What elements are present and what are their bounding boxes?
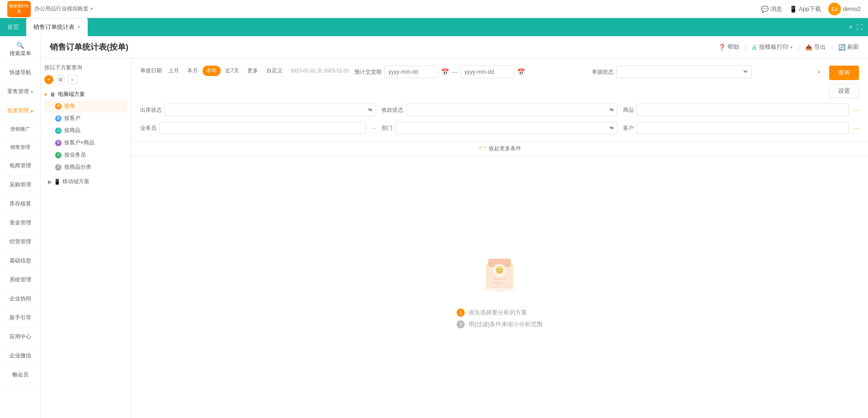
sidebar-item-system[interactable]: 系统管理 [0,271,40,290]
window-maximize-btn[interactable]: ⛶ [856,24,863,31]
chevron-up-icon: ▴ [31,108,33,113]
bill-status-label: 单据状态 [592,68,613,76]
sidebar-item-member[interactable]: 畅会员 [0,366,40,385]
scheme-add-btn[interactable]: + [44,75,53,84]
tab-close-btn[interactable]: × [77,24,80,30]
expected-delivery-label: 预计交货期 [354,68,382,76]
sidebar-item-inventory[interactable]: 库存核算 [0,195,40,214]
scheme-icon-by-product: 品 [55,128,61,134]
empty-illustration: 😊 [472,245,527,299]
expected-delivery-start[interactable] [384,66,439,78]
scheme-item-by-category[interactable]: 类 按商品分类 [44,161,127,173]
window-close-btn[interactable]: × [849,24,853,31]
salesperson-input[interactable] [159,122,366,134]
scheme-mobile-title[interactable]: ▶ 📱 移动端方案 [44,176,127,187]
sidebar-item-search-menu[interactable]: 🔍 搜索菜单 [0,36,40,63]
scheme-label-by-salesperson: 按业务员 [64,151,86,159]
scheme-item-by-order[interactable]: 单 按单 [44,100,127,112]
tab-sales-order-stats[interactable]: 销售订单统计表 × [26,18,88,36]
collapse-filter-btn[interactable]: ⌃⌃ 收起更多条件 [131,142,868,156]
date-range-text: 2023-01-01 至 2023-12-31 [291,67,349,74]
scheme-mobile-section: ▶ 📱 移动端方案 [44,176,127,187]
tab-home[interactable]: 首页 [0,18,26,36]
refresh-btn[interactable]: 🔄 刷新 [838,43,859,51]
sidebar-item-sales[interactable]: 销售管理 [0,138,40,157]
sidebar-item-wholesale[interactable]: 批发管理 ▴ [0,101,40,120]
sidebar-label-finance: 资金管理 [9,219,31,227]
sidebar-label-quick-nav: 快捷导航 [9,69,31,76]
salesperson-more-btn[interactable]: ··· [371,124,376,132]
salesperson-label: 业务员 [140,124,156,132]
date-tab-last-month[interactable]: 上月 [165,66,183,76]
action-buttons: 查询 设置 [829,66,859,98]
sidebar-item-app-center[interactable]: 应用中心 [0,328,40,347]
tab-expand-area: × ⛶ [849,24,868,31]
scheme-pc-title[interactable]: ▾ 🖥 电脑端方案 [44,89,127,100]
sidebar-label-wechat-work: 企业微信 [9,352,31,360]
sidebar-item-business[interactable]: 经营管理 [0,233,40,252]
scheme-item-by-salesperson[interactable]: 员 按业务员 [44,149,127,161]
sidebar-item-basic-info[interactable]: 基础信息 [0,252,40,271]
app-download-btn[interactable]: 📱 App下载 [789,5,821,13]
sidebar-label-ecommerce: 电商管理 [9,162,31,170]
top-bar-right: 💬 消息 📱 App下载 Ea demo2 [761,3,861,15]
sidebar-item-marketing[interactable]: 营销推广 [0,120,40,138]
sidebar-label-business: 经营管理 [9,238,31,246]
scheme-settings-btn[interactable]: ⚙ [56,75,65,84]
outbound-status-select[interactable] [165,104,376,116]
scheme-item-by-customer-product[interactable]: 客 按客户+商品 [44,137,127,149]
customer-input[interactable] [637,122,849,134]
department-select[interactable] [395,122,618,134]
scheme-icon-by-salesperson: 员 [55,152,61,158]
template-print-btn[interactable]: 🖨 按模板打印 ▾ [751,43,793,51]
empty-state: 😊 1 请先选择要分析的方案 2 用[过滤]条件来缩小分析范围 [131,156,868,418]
export-label: 导出 [814,43,826,51]
sidebar-label-sales: 销售管理 [10,144,30,151]
page-actions: ❓ 帮助 | 🖨 按模板打印 ▾ | 📤 导出 | 🔄 刷新 [718,43,859,51]
tip-label-1: 请先选择要分析的方案 [468,309,527,317]
sidebar-item-wechat-work[interactable]: 企业微信 [0,347,40,366]
empty-tip-2: 2 用[过滤]条件来缩小分析范围 [457,320,542,328]
expected-delivery-end[interactable] [460,66,514,78]
date-tab-this-month[interactable]: 本月 [184,66,202,76]
product-input[interactable] [637,104,849,116]
help-label: 帮助 [727,43,739,51]
calendar-end-icon[interactable]: 📅 [517,68,525,76]
message-btn[interactable]: 💬 消息 [761,5,782,13]
breadcrumb-arrow[interactable]: ▾ [90,6,93,12]
user-profile[interactable]: Ea demo2 [828,3,861,15]
pc-icon: 🖥 [50,91,55,98]
top-bar: 畅捷通好生意 办公用品行业模拟账套 ▾ 💬 消息 📱 App下载 Ea demo… [0,0,868,18]
calendar-start-icon[interactable]: 📅 [441,68,449,76]
help-btn[interactable]: ❓ 帮助 [718,43,739,51]
app-download-label: App下载 [799,5,821,13]
customer-more-btn[interactable]: ··· [854,124,859,132]
scheme-collapse-btn[interactable]: « [68,75,77,84]
message-icon: 💬 [761,5,769,13]
date-tab-7days[interactable]: 近7天 [222,66,243,76]
date-tab-this-year[interactable]: 本年 [203,66,221,76]
tip-num-1: 1 [457,309,465,317]
product-more-btn[interactable]: ··· [854,106,859,114]
sidebar-item-beginner[interactable]: 新手引导 [0,309,40,328]
settings-btn[interactable]: 设置 [829,84,859,98]
sidebar-item-finance[interactable]: 资金管理 [0,214,40,233]
payment-status-select[interactable] [406,104,618,116]
sidebar-item-quick-nav[interactable]: 快捷导航 [0,63,40,82]
sidebar-item-collab[interactable]: 企业协同 [0,290,40,309]
sidebar-item-purchase[interactable]: 采购管理 [0,176,40,195]
sidebar-item-retail[interactable]: 零售管理 ▾ [0,82,40,101]
sidebar-label-beginner: 新手引导 [9,314,31,322]
sidebar-label-app-center: 应用中心 [9,333,31,341]
help-icon: ❓ [718,44,726,51]
date-tab-custom[interactable]: 自定义 [263,66,286,76]
scheme-item-by-customer[interactable]: 客 按客户 [44,112,127,124]
date-tab-more[interactable]: 更多 [244,66,262,76]
phone-icon: 📱 [789,5,797,13]
export-btn[interactable]: 📤 导出 [805,43,826,51]
bill-status-select[interactable] [616,66,752,78]
empty-tips: 1 请先选择要分析的方案 2 用[过滤]条件来缩小分析范围 [457,309,542,328]
query-btn[interactable]: 查询 [829,66,859,80]
sidebar-item-ecommerce[interactable]: 电商管理 [0,157,40,176]
scheme-item-by-product[interactable]: 品 按商品 [44,124,127,137]
